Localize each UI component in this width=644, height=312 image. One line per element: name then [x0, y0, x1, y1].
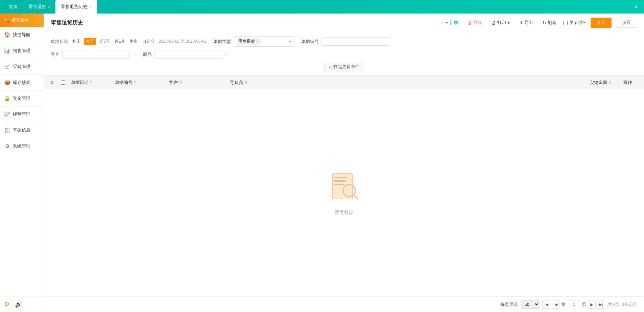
date-range-text: 2023-06-02 至 2023-06-02: [159, 39, 206, 44]
refresh-icon: ↻: [543, 20, 546, 25]
sidebar-bottom: ⚙ 🔊: [0, 296, 44, 312]
date-filter: 单据日期 昨天 今天 近7天 近1月 更多 自定义 2023-06-02 至 2…: [51, 38, 207, 45]
collapse-button[interactable]: △ 收起更多条件: [324, 62, 364, 71]
empty-state: 暂无数据: [44, 89, 644, 296]
filter-row-1: 单据日期 昨天 今天 近7天 近1月 更多 自定义 2023-06-02 至 2…: [51, 36, 637, 47]
sidebar-item-sales[interactable]: 📊 销售管理: [0, 43, 44, 59]
first-page-button[interactable]: |◀: [542, 300, 550, 309]
th-date[interactable]: 单据日期 ⇅: [68, 77, 112, 88]
page-navigation: |◀ ◀ 第 页 ▶ ▶|: [542, 300, 605, 309]
sort-amount-icon: ⇅: [609, 80, 612, 85]
delete-icon: 🗑: [468, 20, 472, 25]
week-shortcut[interactable]: 近7天: [98, 38, 111, 45]
sidebar-item-operations[interactable]: 📈 经营管理: [0, 107, 44, 122]
filter-row-2: 客户 ··· 商品 ···: [51, 50, 637, 59]
type-tag: 零售退货 ×: [237, 38, 261, 45]
select-all-checkbox[interactable]: [61, 80, 65, 85]
operations-icon: 📈: [4, 111, 10, 117]
prev-page-button[interactable]: ◀: [552, 300, 560, 309]
customer-dots[interactable]: ···: [133, 52, 136, 57]
sort-guide-icon: ⇅: [244, 80, 247, 85]
gear-icon[interactable]: ⚙: [4, 300, 9, 308]
type-select-arrow: ▾: [289, 39, 291, 44]
sidebar-item-quicknav[interactable]: 🏠 快捷导航: [0, 27, 44, 43]
table-header: ⚙ 单据日期 ⇅ 单据编号 ⇅ 客户 ⇅ 导购员 ⇅: [44, 76, 644, 89]
page-size-select[interactable]: 50 10 20 100: [521, 300, 540, 309]
print-dropdown-icon: ▾: [507, 20, 510, 25]
tab-retail-return[interactable]: 零售退货 ×: [23, 0, 55, 14]
sidebar-item-system[interactable]: ⚙ 系统管理: [0, 138, 44, 154]
sort-number-icon: ⇅: [134, 80, 137, 85]
custom-shortcut[interactable]: 自定义: [141, 38, 156, 45]
page-unit-label: 页: [582, 302, 586, 308]
svg-line-6: [327, 199, 331, 201]
tab-list: 首页 零售退货 × 零售退货历史 ×: [3, 0, 631, 14]
delete-button[interactable]: 🗑 删除: [465, 18, 485, 27]
type-tag-close[interactable]: ×: [256, 39, 259, 44]
number-input[interactable]: [321, 37, 389, 46]
month-shortcut[interactable]: 近1月: [113, 38, 126, 45]
type-select[interactable]: 零售退货 × ▾: [234, 36, 294, 47]
more-shortcut[interactable]: 更多: [128, 38, 139, 45]
toolbar-actions: + + 新增 🗑 删除 🖨 打印 ▾ ⬆ 导出 ↻: [439, 18, 637, 28]
search-icon: 🔍: [4, 18, 9, 23]
goods-input[interactable]: [154, 50, 222, 59]
page-summary: 共0页, 0条记录: [608, 302, 637, 308]
sidebar-search[interactable]: 🔍 搜索菜单: [0, 14, 44, 27]
refresh-button[interactable]: ↻ 刷新: [540, 18, 559, 27]
home-icon: 🏠: [4, 32, 10, 38]
select-all-checkbox-container: [57, 80, 68, 85]
sort-customer-icon: ⇅: [179, 80, 182, 85]
purchase-icon: 🛒: [4, 64, 10, 70]
empty-text: 暂无数据: [335, 209, 354, 216]
today-shortcut[interactable]: 今天: [84, 38, 96, 45]
display-detail-checkbox[interactable]: [563, 21, 568, 25]
th-guide[interactable]: 导购员 ⇅: [227, 77, 574, 88]
audio-icon[interactable]: 🔊: [15, 300, 22, 308]
goods-filter: 商品 ···: [143, 50, 229, 59]
print-button[interactable]: 🖨 打印 ▾: [489, 18, 512, 27]
sidebar-item-finance[interactable]: 🔒 资金管理: [0, 91, 44, 107]
th-number[interactable]: 单据编号 ⇅: [112, 77, 166, 88]
tab-retail-return-history[interactable]: 零售退货历史 ×: [55, 0, 97, 14]
content-area: 零售退货历史 + + 新增 🗑 删除 🖨 打印 ▾ ⬆ 导出: [44, 14, 644, 312]
inventory-icon: 📦: [4, 80, 10, 86]
yesterday-shortcut[interactable]: 昨天: [71, 38, 82, 45]
print-icon: 🖨: [492, 20, 496, 25]
page-size-label: 每页显示: [500, 302, 518, 308]
display-detail-toggle[interactable]: 显示明细: [563, 20, 587, 26]
th-customer[interactable]: 客户 ⇅: [166, 77, 227, 88]
sales-icon: 📊: [4, 48, 10, 54]
settings-button[interactable]: 设置: [616, 18, 637, 28]
tab-home[interactable]: 首页: [3, 0, 23, 14]
svg-line-7: [326, 196, 329, 196]
next-page-button[interactable]: ▶: [588, 300, 596, 309]
top-bar: 首页 零售退货 × 零售退货历史 × ×: [0, 0, 644, 14]
table-container: ⚙ 单据日期 ⇅ 单据编号 ⇅ 客户 ⇅ 导购员 ⇅: [44, 76, 644, 312]
svg-rect-1: [334, 177, 348, 178]
new-button[interactable]: + + 新增: [439, 18, 461, 27]
page-number-input[interactable]: [567, 300, 580, 308]
last-page-button[interactable]: ▶|: [597, 300, 605, 309]
column-settings-button[interactable]: ⚙: [47, 80, 57, 85]
customer-input[interactable]: [62, 50, 130, 59]
sidebar: 🔍 搜索菜单 🏠 快捷导航 📊 销售管理 🛒 采购管理 📦 库存核算 🔒 资金管…: [0, 14, 44, 312]
svg-line-5: [354, 195, 358, 199]
customer-filter: 客户 ···: [51, 50, 136, 59]
goods-dots[interactable]: ···: [225, 52, 229, 57]
window-close-button[interactable]: ×: [631, 3, 641, 10]
th-amount[interactable]: 实销金额 ⇅: [574, 77, 614, 88]
sidebar-item-purchase[interactable]: 🛒 采购管理: [0, 59, 44, 75]
sidebar-item-basic-info[interactable]: 📋 基础信息: [0, 122, 44, 138]
sidebar-item-inventory[interactable]: 📦 库存核算: [0, 75, 44, 91]
close-tab-history[interactable]: ×: [89, 5, 91, 9]
page-label: 第: [561, 302, 566, 308]
export-button[interactable]: ⬆ 导出: [517, 18, 536, 27]
new-icon: +: [442, 20, 444, 25]
query-button[interactable]: 查询: [591, 18, 612, 28]
goods-label: 商品: [143, 51, 152, 58]
finance-icon: 🔒: [4, 95, 10, 102]
svg-rect-3: [334, 184, 344, 185]
close-tab-retail-return[interactable]: ×: [48, 5, 50, 9]
number-filter: 单据编号: [301, 37, 389, 46]
